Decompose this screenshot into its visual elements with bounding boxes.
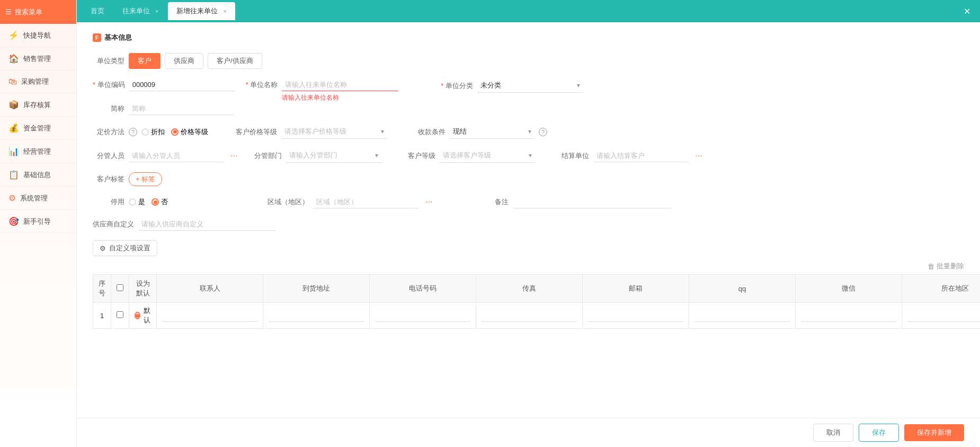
price-level-select[interactable]: 请选择客户价格等级 ▾ [281,125,387,139]
unit-category-group: 单位分类 未分类 ▾ [441,78,583,93]
radio-disabled-no[interactable]: 否 [152,197,168,207]
unit-name-label: 单位名称 [246,80,278,90]
address-input[interactable] [269,309,364,322]
unit-name-input[interactable] [282,78,398,91]
sidebar-item-guide[interactable]: 🎯 新手引导 [0,210,76,233]
inventory-icon: 📦 [8,100,19,110]
cell-contact[interactable] [157,303,263,329]
tab-counterparty-close[interactable]: × [155,8,158,14]
payment-help-icon[interactable]: ? [539,128,547,136]
phone-input[interactable] [375,309,470,322]
sidebar-item-basic[interactable]: 📋 基础信息 [0,163,76,187]
sales-icon: 🏠 [8,54,19,64]
radio-disabled-yes[interactable]: 是 [129,197,145,207]
sidebar-search-label: 搜索菜单 [15,7,42,17]
region-cell-input[interactable] [907,309,980,322]
col-phone: 电话号码 [370,275,476,303]
qq-input[interactable] [694,309,790,322]
unit-btn-customer[interactable]: 客户 [129,53,161,69]
settlement-unit-input[interactable] [593,150,689,162]
basic-icon: 📋 [8,170,19,180]
pricing-help-icon[interactable]: ? [129,128,137,136]
content-area: F 基本信息 单位类型 客户 供应商 客户/供应商 单位编码 单 [77,22,980,418]
supplier-custom-input[interactable] [138,218,276,231]
settlement-dots-btn[interactable]: ··· [693,151,704,161]
email-input[interactable] [588,309,683,322]
cell-checkbox[interactable] [111,303,129,329]
cell-qq[interactable] [689,303,796,329]
row-checkbox[interactable] [117,311,123,318]
cell-phone[interactable] [370,303,476,329]
add-tag-button[interactable]: + 标签 [129,172,162,186]
code-name-category-row: 单位编码 单位名称 请输入往来单位名称 单位分类 未分类 ▾ [93,78,964,93]
contacts-table-section: 🗑 批量删除 序号 设为默认 联系人 到货地址 电话号码 传真 邮箱 qq [93,261,964,329]
remark-label: 备注 [477,197,509,207]
custom-settings-button[interactable]: ⚙ 自定义项设置 [93,240,157,256]
sidebar-item-operations[interactable]: 📊 经营管理 [0,140,76,163]
table-row: 1 默认 [93,303,981,329]
category-dropdown-arrow: ▾ [577,82,580,89]
radio-price-level-label: 价格等级 [181,127,208,137]
cell-email[interactable] [583,303,689,329]
radio-discount[interactable]: 折扣 [141,127,165,137]
unit-btn-both[interactable]: 客户/供应商 [208,53,262,69]
radio-price-level[interactable]: 价格等级 [171,127,208,137]
batch-delete-button[interactable]: 🗑 批量删除 [928,261,964,271]
unit-code-input[interactable] [129,78,235,91]
unit-category-select[interactable]: 未分类 ▾ [477,78,583,93]
default-radio[interactable]: 默认 [135,306,151,325]
save-new-button[interactable]: 保存并新增 [904,424,964,441]
manager-label: 分管人员 [93,151,124,161]
unit-name-error: 请输入往来单位名称 [282,93,339,102]
contact-input[interactable] [162,309,257,322]
tab-counterparty[interactable]: 往来单位 × [114,2,167,20]
sidebar: ☰ 搜索菜单 ⚡ 快捷导航 🏠 销售管理 🛍 采购管理 📦 库存核算 💰 资金管… [0,0,77,447]
col-address: 到货地址 [263,275,370,303]
tab-home[interactable]: 首页 [82,2,113,20]
payment-terms-select[interactable]: 现结 ▾ [450,125,534,139]
customer-level-select[interactable]: 请选择客户等级 ▾ [440,148,535,163]
col-qq: qq [689,275,796,303]
unit-name-input-wrapper: 请输入往来单位名称 [282,78,398,91]
cell-address[interactable] [263,303,370,329]
save-button[interactable]: 保存 [859,424,899,442]
customer-level-group: 客户等级 请选择客户等级 ▾ [404,148,536,163]
payment-terms-label: 收款条件 [414,127,446,137]
cell-seq: 1 [93,303,111,329]
sidebar-item-label: 采购管理 [21,77,49,86]
tab-new-counterparty[interactable]: 新增往来单位 × [168,2,235,20]
manager-dots-btn[interactable]: ··· [228,151,239,161]
short-name-input[interactable] [129,102,235,115]
section-header: F 基本信息 [93,33,964,42]
sidebar-item-system[interactable]: ⚙ 系统管理 [0,187,76,210]
region-input[interactable] [313,196,419,208]
department-select[interactable]: 请输入分管部门 ▾ [286,148,381,163]
default-radio-dot [136,314,139,318]
wechat-input[interactable] [801,309,896,322]
select-all-checkbox[interactable] [117,284,123,291]
manager-input[interactable] [129,150,224,162]
sidebar-item-quick-nav[interactable]: ⚡ 快捷导航 [0,24,76,47]
radio-price-level-dot [173,130,177,134]
unit-type-buttons: 客户 供应商 客户/供应商 [129,53,262,69]
fax-input[interactable] [482,309,577,322]
cell-fax[interactable] [476,303,583,329]
sidebar-item-purchase[interactable]: 🛍 采购管理 [0,71,76,93]
sidebar-search[interactable]: ☰ 搜索菜单 [0,0,76,24]
sidebar-item-inventory[interactable]: 📦 库存核算 [0,93,76,117]
sidebar-item-finance[interactable]: 💰 资金管理 [0,117,76,140]
tab-new-counterparty-close[interactable]: × [223,8,226,14]
tabbar-close-button[interactable]: ✕ [959,4,975,19]
radio-discount-circle [141,128,149,136]
cell-region[interactable] [902,303,981,329]
tab-home-label: 首页 [91,6,104,16]
sidebar-item-label: 新手引导 [23,217,51,226]
cell-wechat[interactable] [796,303,902,329]
tab-new-counterparty-label: 新增往来单位 [176,6,218,16]
unit-btn-supplier[interactable]: 供应商 [165,53,203,69]
manager-row: 分管人员 ··· 分管部门 请输入分管部门 ▾ 客户等级 请选择客户等级 ▾ [93,148,964,163]
cancel-button[interactable]: 取消 [813,424,853,442]
region-dots-btn[interactable]: ··· [423,197,434,207]
sidebar-item-sales[interactable]: 🏠 销售管理 [0,47,76,71]
remark-input[interactable] [513,196,672,208]
